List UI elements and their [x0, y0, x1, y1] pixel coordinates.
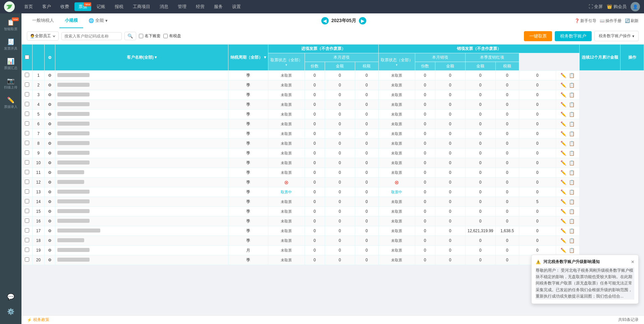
digital-ops-btn[interactable]: 税务数字账户操作 ▾ [594, 31, 639, 41]
row-checkbox[interactable] [22, 178, 33, 187]
row-sales-status[interactable]: 未取票 [378, 139, 415, 148]
edit-btn[interactable]: ✏️ [560, 237, 567, 244]
tab-small-scale[interactable]: 小规模 [59, 13, 83, 28]
row-name[interactable]: . [55, 80, 228, 90]
row-checkbox[interactable] [22, 197, 33, 207]
copy-btn[interactable]: 📋 [568, 121, 575, 127]
row-income-status[interactable]: 未取票 [268, 139, 305, 148]
copy-btn[interactable]: 📋 [568, 101, 575, 108]
nav-settings[interactable]: 设置 [228, 2, 245, 11]
row-setting[interactable]: ⚙ [45, 207, 55, 216]
edit-btn[interactable]: ✏️ [560, 150, 567, 156]
row-checkbox[interactable] [22, 216, 33, 226]
row-sales-status[interactable]: ⊗ [378, 178, 415, 187]
one-click-fetch-btn[interactable]: 一键取票 [524, 31, 552, 41]
taxpad-filter[interactable]: 有税盘 [163, 33, 181, 39]
row-setting[interactable]: ⚙ [45, 71, 55, 80]
copy-btn[interactable]: 📋 [568, 179, 575, 186]
ledger-filter[interactable]: 名下账套 [139, 33, 161, 39]
edit-btn[interactable]: ✏️ [560, 130, 567, 137]
edit-btn[interactable]: ✏️ [560, 121, 567, 127]
row-income-status[interactable]: 未取票 [268, 148, 305, 158]
row-name[interactable]: . [55, 148, 228, 158]
nav-admin[interactable]: 管理 [174, 2, 191, 11]
row-sales-status[interactable]: 未取票 [378, 246, 415, 255]
row-sales-status[interactable]: 未取票 [378, 110, 415, 119]
nav-accounting[interactable]: 记账 [93, 2, 109, 11]
row-sales-status[interactable]: 未取票 [378, 90, 415, 100]
copy-btn[interactable]: 📋 [568, 82, 575, 88]
nav-business[interactable]: 工商项目 [129, 2, 154, 11]
nav-customer[interactable]: 客户 [38, 2, 55, 11]
row-setting[interactable]: ⚙ [45, 148, 55, 158]
row-name[interactable]: . [55, 90, 228, 100]
row-setting[interactable]: ⚙ [45, 119, 55, 129]
copy-btn[interactable]: 📋 [568, 198, 575, 205]
edit-btn[interactable]: ✏️ [560, 72, 567, 79]
row-income-status[interactable]: 取票中 [268, 187, 305, 197]
row-name[interactable]: . [55, 236, 228, 246]
copy-btn[interactable]: 📋 [568, 228, 575, 234]
row-setting[interactable]: ⚙ [45, 129, 55, 139]
row-checkbox[interactable] [22, 90, 33, 100]
copy-btn[interactable]: 📋 [568, 218, 575, 224]
sidebar-item-invoice-summary[interactable]: 📊 票据汇总 [1, 55, 20, 73]
row-name[interactable]: . [55, 178, 228, 187]
row-name[interactable]: . [55, 119, 228, 129]
sidebar-item-chat[interactable]: 💬 [1, 290, 20, 304]
row-sales-status[interactable]: 未取票 [378, 71, 415, 80]
row-name[interactable]: . [55, 216, 228, 226]
row-setting[interactable]: ⚙ [45, 178, 55, 187]
nav-invoice[interactable]: 票据 new [74, 2, 91, 11]
row-name[interactable]: . [55, 197, 228, 207]
copy-btn[interactable]: 📋 [568, 111, 575, 118]
copy-btn[interactable]: 📋 [568, 150, 575, 156]
employee-select[interactable]: 🧑‍💼 全部员工 [27, 31, 59, 41]
tab-general-taxpayer[interactable]: 一般纳税人 [27, 13, 59, 28]
refresh-btn[interactable]: 🔄 刷新 [625, 18, 639, 24]
row-checkbox[interactable] [22, 236, 33, 246]
copy-btn[interactable]: 📋 [568, 247, 575, 254]
member-btn[interactable]: 👑 购会员 [607, 4, 627, 10]
row-setting[interactable]: ⚙ [45, 187, 55, 197]
sidebar-item-scan-upload[interactable]: 📷 扫描上传 [1, 74, 20, 92]
row-income-status[interactable]: 未取票 [268, 246, 305, 255]
tab-all-capable[interactable]: 🌐 全能 ▾ [83, 13, 113, 28]
row-checkbox[interactable] [22, 207, 33, 216]
row-sales-status[interactable]: 取票中 [378, 187, 415, 197]
row-checkbox[interactable] [22, 226, 33, 236]
row-name[interactable]: . [55, 246, 228, 255]
nav-service[interactable]: 服务 [210, 2, 227, 11]
row-income-status[interactable]: 未取票 [268, 100, 305, 110]
row-income-status[interactable]: 未取票 [268, 197, 305, 207]
row-name[interactable]: . [55, 207, 228, 216]
row-checkbox[interactable] [22, 158, 33, 168]
row-sales-status[interactable]: 未取票 [378, 207, 415, 216]
search-input[interactable] [61, 32, 122, 40]
row-checkbox[interactable] [22, 110, 33, 119]
row-name[interactable]: . [55, 226, 228, 236]
row-name[interactable]: . [55, 129, 228, 139]
th-income-status[interactable]: 取票状态（全部） ▾ [268, 53, 305, 71]
row-sales-status[interactable]: 未取票 [378, 129, 415, 139]
row-income-status[interactable]: 未取票 [268, 226, 305, 236]
row-checkbox[interactable] [22, 80, 33, 90]
search-button[interactable]: 🔍 [124, 32, 136, 40]
th-sales-status[interactable]: 取票状态（全部） ▾ [378, 53, 415, 71]
row-income-status[interactable]: 未取票 [268, 71, 305, 80]
row-checkbox[interactable] [22, 168, 33, 178]
row-name[interactable]: . [55, 168, 228, 178]
taxpad-checkbox[interactable] [163, 34, 168, 38]
copy-btn[interactable]: 📋 [568, 159, 575, 166]
row-income-status[interactable]: 未取票 [268, 207, 305, 216]
copy-btn[interactable]: 📋 [568, 189, 575, 195]
copy-btn[interactable]: 📋 [568, 208, 575, 215]
row-sales-status[interactable]: 未取票 [378, 226, 415, 236]
date-next-btn[interactable]: ▶ [359, 17, 366, 24]
row-checkbox[interactable] [22, 246, 33, 255]
row-income-status[interactable]: 未取票 [268, 158, 305, 168]
copy-btn[interactable]: 📋 [568, 169, 575, 176]
edit-btn[interactable]: ✏️ [560, 101, 567, 108]
nav-operation[interactable]: 经营 [192, 2, 209, 11]
manual-btn[interactable]: 📖 操作手册 [600, 18, 622, 24]
